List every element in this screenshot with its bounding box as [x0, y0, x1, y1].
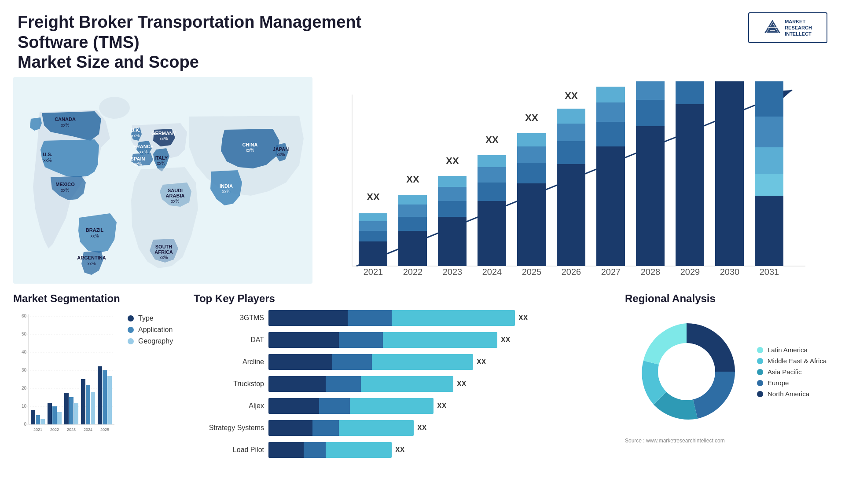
svg-rect-49 — [398, 205, 427, 217]
bar-2021-dark — [359, 241, 387, 266]
svg-rect-123 — [48, 403, 52, 424]
svg-text:2021: 2021 — [364, 267, 383, 277]
player-bar-loadpilot: XX — [268, 442, 607, 458]
player-xx-aljex: XX — [437, 402, 446, 410]
svg-rect-97 — [755, 117, 783, 147]
svg-text:2026: 2026 — [562, 267, 581, 277]
player-name-dat: DAT — [194, 336, 264, 344]
player-name-loadpilot: Load Pilot — [194, 446, 264, 454]
player-xx-dat: XX — [501, 336, 510, 344]
svg-text:2028: 2028 — [641, 267, 661, 277]
svg-text:CANADA: CANADA — [55, 117, 76, 122]
svg-rect-47 — [398, 231, 427, 266]
svg-rect-125 — [57, 412, 62, 424]
svg-text:MEXICO: MEXICO — [55, 182, 75, 187]
svg-rect-88 — [676, 104, 704, 266]
growth-chart-svg: XX 2021 XX 2022 XX 2023 XX 2024 — [321, 81, 823, 284]
player-bar-truckstop: XX — [268, 376, 607, 392]
segmentation-section: Market Segmentation 0 10 20 30 40 50 60 — [13, 292, 180, 504]
players-bars-container: 3GTMS XX DAT XX Arcline — [194, 310, 607, 458]
player-name-strategy: Strategy Systems — [194, 424, 264, 432]
player-xx-loadpilot: XX — [395, 446, 404, 454]
legend-type: Type — [128, 314, 173, 322]
svg-text:2022: 2022 — [50, 427, 59, 432]
svg-rect-50 — [398, 195, 427, 205]
player-bar-dat: XX — [268, 332, 607, 348]
svg-text:FRANCE: FRANCE — [133, 144, 154, 149]
svg-point-140 — [658, 343, 715, 400]
svg-rect-77 — [596, 146, 625, 266]
svg-text:GERMANY: GERMANY — [151, 131, 176, 136]
svg-text:2022: 2022 — [403, 267, 423, 277]
svg-rect-74 — [557, 109, 585, 124]
svg-text:20: 20 — [22, 386, 27, 391]
player-xx-strategy: XX — [417, 424, 426, 432]
svg-text:SOUTH: SOUTH — [155, 244, 173, 249]
svg-text:xx%: xx% — [160, 136, 168, 141]
svg-text:10: 10 — [22, 404, 27, 409]
svg-text:XX: XX — [525, 112, 538, 123]
svg-text:XX: XX — [406, 174, 419, 185]
svg-text:xx%: xx% — [222, 189, 231, 194]
legend-europe: Europe — [757, 379, 827, 387]
svg-text:xx%: xx% — [88, 261, 96, 266]
svg-rect-65 — [517, 183, 546, 266]
application-dot — [128, 327, 134, 333]
bar-light-dat — [383, 332, 497, 348]
latin-america-dot — [757, 347, 763, 353]
donut-chart — [625, 310, 748, 433]
svg-text:JAPAN: JAPAN — [273, 146, 289, 152]
regional-title: Regional Analysis — [625, 292, 827, 305]
player-xx-arcline: XX — [477, 358, 486, 366]
svg-text:xx%: xx% — [171, 199, 180, 204]
svg-rect-121 — [40, 419, 45, 424]
svg-rect-68 — [517, 133, 546, 146]
svg-rect-128 — [69, 397, 73, 424]
svg-text:2023: 2023 — [443, 267, 463, 277]
player-name-truckstop: Truckstop — [194, 380, 264, 388]
svg-rect-53 — [438, 217, 467, 266]
svg-rect-73 — [557, 124, 585, 141]
legend-asia-pacific: Asia Pacific — [757, 368, 827, 376]
svg-text:U.S.: U.S. — [43, 152, 52, 157]
svg-rect-92 — [715, 81, 744, 266]
svg-rect-66 — [517, 163, 546, 183]
player-name-3gtms: 3GTMS — [194, 314, 264, 322]
svg-rect-136 — [103, 370, 107, 424]
segmentation-legend: Type Application Geography — [128, 314, 173, 349]
regional-legend: Latin America Middle East & Africa Asia … — [757, 346, 827, 401]
svg-rect-83 — [636, 126, 665, 266]
bar-dark-arcline — [268, 354, 332, 370]
player-xx-truckstop: XX — [457, 380, 466, 388]
bar-dark-aljex — [268, 398, 319, 414]
svg-rect-133 — [91, 392, 95, 424]
logo-box: MARKET RESEARCH INTELLECT — [748, 12, 827, 43]
bar-mid-dat — [339, 332, 383, 348]
players-section: Top Key Players 3GTMS XX DAT XX — [189, 292, 612, 504]
page-title: Freight Broker Transportation Management… — [18, 12, 414, 73]
svg-text:2021: 2021 — [33, 427, 42, 432]
svg-rect-54 — [438, 201, 467, 217]
north-america-dot — [757, 391, 763, 397]
svg-rect-43 — [359, 221, 387, 231]
svg-text:2024: 2024 — [482, 267, 502, 277]
svg-text:xx%: xx% — [157, 161, 165, 166]
svg-rect-71 — [557, 164, 585, 266]
player-name-aljex: Aljex — [194, 402, 264, 410]
player-name-arcline: Arcline — [194, 358, 264, 366]
svg-rect-129 — [74, 403, 78, 424]
bar-light-arcline — [372, 354, 473, 370]
europe-dot — [757, 380, 763, 386]
svg-rect-85 — [636, 81, 665, 100]
svg-rect-99 — [755, 174, 783, 196]
svg-rect-137 — [107, 376, 112, 424]
bar-light-strategy — [339, 420, 414, 436]
player-bar-strategy: XX — [268, 420, 607, 436]
bar-dark-3gtms — [268, 310, 348, 326]
svg-rect-42 — [359, 231, 387, 241]
logo-text: MARKET RESEARCH INTELLECT — [785, 18, 812, 37]
player-bar-arcline: XX — [268, 354, 607, 370]
regional-layout: Latin America Middle East & Africa Asia … — [625, 310, 827, 433]
player-row-dat: DAT XX — [194, 332, 607, 348]
header: Freight Broker Transportation Management… — [0, 0, 845, 77]
